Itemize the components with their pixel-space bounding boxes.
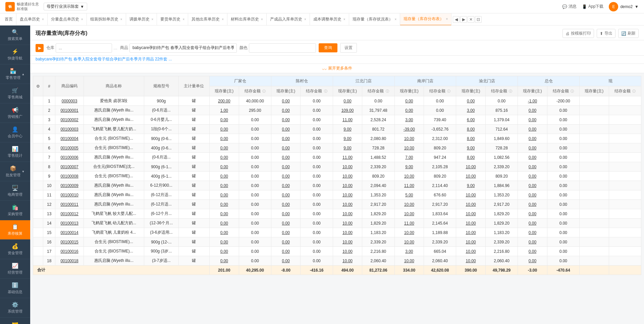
nav-prev[interactable]: ◀ bbox=[453, 16, 460, 23]
tab-stock-status[interactable]: 现存量（库存状况表） × bbox=[349, 13, 400, 26]
sidebar-item-wholesale[interactable]: 📦 批发管理 ▼ bbox=[0, 162, 30, 181]
table-footer: 合计 201.00 40,295.00 -8.00 -416.16 494.00… bbox=[33, 266, 641, 275]
sidebar-item-inventory[interactable]: 📋 库存核算 bbox=[0, 220, 30, 240]
search-button[interactable]: 查询 bbox=[319, 43, 337, 52]
retail-stats-icon: 📊 bbox=[12, 146, 18, 152]
user-area[interactable]: E demo2 ▼ bbox=[609, 2, 639, 11]
th-jb-qty: 现存量(主) bbox=[333, 86, 362, 96]
table-row: 11 00100010 惠氏启脑 (Wyeth illu... (6-12月适.… bbox=[33, 190, 641, 200]
logo-icon: 畅 bbox=[5, 2, 15, 11]
th-num: # bbox=[43, 76, 55, 96]
app-download-btn[interactable]: 📱 App下载 bbox=[582, 4, 603, 9]
tab-split-check[interactable]: 分量盘点单历史 × bbox=[48, 13, 87, 26]
tab-requisition[interactable]: 要货单历史 × bbox=[157, 13, 188, 26]
nav-tabs: 首页 盘点单历史 × 分量盘点单历史 × 组装拆卸单历史 × 调拨单历史 × 要… bbox=[0, 13, 644, 26]
th-cur-amt: 结存金额 ⓘ bbox=[609, 86, 641, 96]
page-header-actions: 🖨 按模板打印 ⬆ 导出 🔄 刷新 bbox=[562, 29, 639, 38]
th-unit: 主计量单位 bbox=[178, 76, 209, 96]
table-row: 15 00100014 飞鹤星飞帆 儿童奶粉 4... (3-6岁适用... 罐… bbox=[33, 228, 641, 237]
sidebar-item-retail-mgmt[interactable]: 🏪 零售管理 ▲ bbox=[0, 64, 30, 84]
sidebar-item-retail-mall[interactable]: 🛒 零售商城 bbox=[0, 84, 30, 103]
goods-value-display: babycare孕妇待产包 春季入院全套母子组合孕妇产后冬季月子用品 22件套 … bbox=[36, 57, 172, 61]
footer-fac-amt: 40,295.00 bbox=[239, 266, 271, 275]
table-row: 7 00100006 惠氏启脑 (Wyeth illu... (0-6月适...… bbox=[33, 153, 641, 162]
th-current: 现 bbox=[580, 76, 641, 86]
table-row: 17 00100016 合生元 (BIOSTIME)... 900g (3岁..… bbox=[33, 247, 641, 256]
table-row: 16 00100015 合生元 (BIOSTIME)... 900g (12-.… bbox=[33, 237, 641, 247]
ecommerce-icon: 🖥️ bbox=[12, 185, 18, 191]
th-nanan: 南岸门店 bbox=[394, 76, 456, 86]
tab-stock-dist[interactable]: 现存量（库存分布表） × bbox=[400, 13, 451, 26]
th-gear[interactable]: ⚙ bbox=[33, 76, 43, 96]
footer-label: 合计 bbox=[33, 266, 210, 275]
tab-transfer[interactable]: 调拨单历史 × bbox=[126, 13, 157, 26]
sidebar-item-quick-nav[interactable]: ⚡ 快捷导航 bbox=[0, 45, 30, 64]
warehouse-dots[interactable]: … bbox=[113, 46, 117, 50]
sidebar-item-operations[interactable]: 📈 经营管理 bbox=[0, 259, 30, 279]
footer-ybb-qty: 390.00 bbox=[456, 266, 486, 275]
color-input[interactable] bbox=[249, 43, 316, 53]
basic-info-icon: ℹ️ bbox=[12, 282, 18, 288]
nav-next[interactable]: ▶ bbox=[460, 16, 467, 23]
nav-expand[interactable]: ⊡ bbox=[475, 16, 482, 23]
retail-mall-icon: 🛒 bbox=[12, 87, 18, 94]
table-row: 3 00100002 惠氏启脑 (Wyeth illu... 0-6月婴儿...… bbox=[33, 115, 641, 125]
th-jiangbei: 江北门店 bbox=[333, 76, 394, 86]
print-btn[interactable]: 🖨 按模板打印 bbox=[562, 29, 594, 38]
footer-cj-qty: -8.00 bbox=[271, 266, 301, 275]
sidebar-item-purchase[interactable]: 🛍️ 采购管理 bbox=[0, 201, 30, 220]
tab-cost-adjust[interactable]: 成本调整单历史 × bbox=[310, 13, 349, 26]
th-cur-qty: 现存量(主) bbox=[580, 86, 609, 96]
color-filter: 颜色 bbox=[239, 43, 316, 53]
expand-more-btn[interactable]: ⌵⌵ 展开更多条件 bbox=[319, 65, 355, 72]
footer-cur-qty bbox=[580, 266, 609, 275]
table-row: 12 00100011 惠氏启脑 (Wyeth illu... (6-12月适.… bbox=[33, 200, 641, 209]
member-icon: 👤 bbox=[12, 126, 18, 133]
tab-material-out[interactable]: 材料出库单历史 × bbox=[227, 13, 267, 26]
goods-filter: 商品 bbox=[120, 43, 237, 53]
sidebar-item-basic-info[interactable]: ℹ️ 基础信息 bbox=[0, 279, 30, 298]
tab-assembly[interactable]: 组装拆卸单历史 × bbox=[87, 13, 126, 26]
finance-icon: 💰 bbox=[12, 243, 18, 249]
sidebar-item-member[interactable]: 👤 会员中心 bbox=[0, 123, 30, 142]
footer-na-qty: 334.00 bbox=[394, 266, 424, 275]
nav-close-current[interactable]: ✕ bbox=[468, 16, 474, 23]
footer-cj-amt: -416.16 bbox=[301, 266, 333, 275]
export-btn[interactable]: ⬆ 导出 bbox=[597, 29, 615, 38]
industry-dropdown[interactable]: 母婴行业演示陈套 ▼ bbox=[44, 3, 87, 10]
warehouse-input[interactable] bbox=[56, 43, 112, 53]
warehouse-filter: 仓库 … bbox=[46, 43, 117, 53]
table-row: 18 00100018 惠氏启脑 (Wyeth illu... (3-7岁适..… bbox=[33, 256, 641, 266]
quick-nav-icon: ⚡ bbox=[12, 48, 18, 55]
tab-other-out[interactable]: 其他出库单历史 × bbox=[188, 13, 227, 26]
filter-toggle-btn[interactable]: ▶ bbox=[36, 44, 44, 52]
sidebar-item-system[interactable]: ⚙️ 系统管理 bbox=[0, 298, 30, 318]
marketing-icon: 📢 bbox=[12, 107, 18, 113]
sidebar-item-finance[interactable]: 💰 资金管理 bbox=[0, 240, 30, 259]
retail-mgmt-icon: 🏪 bbox=[10, 68, 16, 74]
setting-button[interactable]: 设置 bbox=[340, 43, 357, 53]
th-tot-amt: 结存金额 ⓘ bbox=[547, 86, 579, 96]
table-row: 13 00100012 飞鹤星飞帆 较大婴儿配... (6-12个月... 罐 … bbox=[33, 209, 641, 219]
message-btn[interactable]: 💬 消息 bbox=[562, 4, 577, 9]
goods-input[interactable] bbox=[129, 43, 237, 53]
tab-inventory-check[interactable]: 盘点单历史 × bbox=[16, 13, 48, 26]
th-cj-amt: 结存金额 ⓘ bbox=[301, 86, 333, 96]
footer-na-amt: 42,620.08 bbox=[424, 266, 456, 275]
table-row: 6 00100005 合生元 (BIOSTIME)... 400g (0-6..… bbox=[33, 143, 641, 153]
refresh-btn[interactable]: 🔄 刷新 bbox=[618, 29, 639, 38]
th-tot-qty: 现存量(主) bbox=[518, 86, 547, 96]
main-content: 现存量查询(库存分布) 🖨 按模板打印 ⬆ 导出 🔄 刷新 ▶ 仓 bbox=[30, 26, 644, 324]
sidebar-item-retail-stats[interactable]: 📊 零售统计 bbox=[0, 142, 30, 162]
footer-cur-amt bbox=[609, 266, 641, 275]
inventory-icon: 📋 bbox=[12, 224, 18, 230]
footer-fac-qty: 201.00 bbox=[210, 266, 239, 275]
sidebar-item-search[interactable]: 🔍 搜索英单 bbox=[0, 26, 30, 45]
layout: 🔍 搜索英单 ⚡ 快捷导航 🏪 零售管理 ▲ 🛒 零售商城 📢 营销推广 👤 会… bbox=[0, 26, 644, 324]
tab-home[interactable]: 首页 bbox=[1, 13, 16, 26]
sidebar-item-ecommerce[interactable]: 🖥️ 电商管理 bbox=[0, 181, 30, 201]
table-container[interactable]: ⚙ # 商品编码 商品名称 规格型号 主计量单位 厂家仓 陈村仓 江北门店 南岸… bbox=[30, 73, 644, 324]
sidebar-item-marketing[interactable]: 📢 营销推广 bbox=[0, 103, 30, 123]
tab-product-in[interactable]: 产成品入库单历史 × bbox=[267, 13, 310, 26]
sidebar-item-collab[interactable]: 🤝 企业协同 bbox=[0, 318, 30, 324]
